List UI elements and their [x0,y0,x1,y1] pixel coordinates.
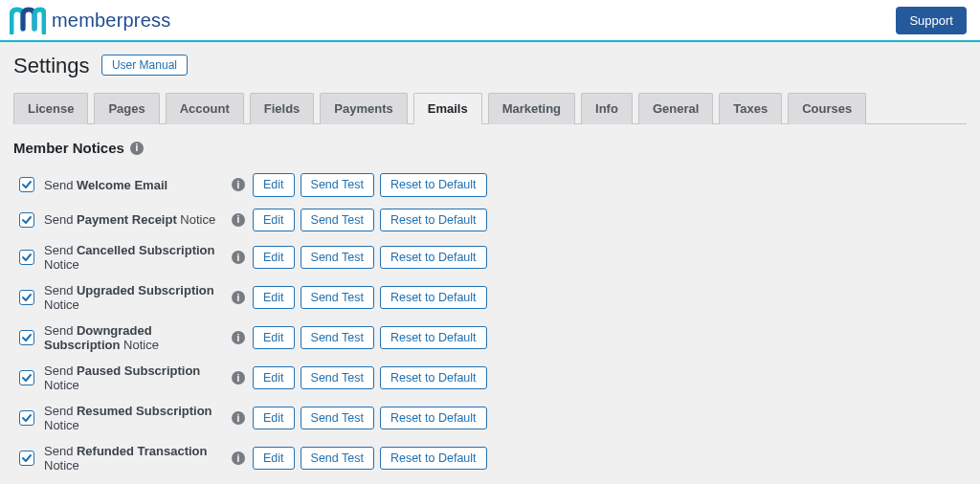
tab-license[interactable]: License [13,93,88,124]
edit-button[interactable]: Edit [253,366,295,390]
send-test-button[interactable]: Send Test [301,286,374,310]
notice-actions: EditSend TestReset to Default [253,173,487,197]
notice-label-col: Send Welcome Email [13,177,228,192]
reset-button[interactable]: Reset to Default [380,286,487,310]
notice-label-prefix: Send [44,178,77,192]
notice-info-col: i [228,213,253,227]
notice-label: Send Paused Subscription Notice [44,363,228,392]
send-test-button[interactable]: Send Test [301,447,374,471]
send-test-button[interactable]: Send Test [301,326,374,350]
notice-info-col: i [228,331,253,344]
notice-row: Send Upgraded Subscription NoticeiEditSe… [13,277,967,318]
notice-label: Send Welcome Email [44,178,167,192]
notice-label-bold: Cancelled Subscription [77,243,214,257]
notice-label-suffix: Notice [177,212,215,227]
notice-row: Send Paused Subscription NoticeiEditSend… [13,358,967,398]
notice-label-col: Send Upgraded Subscription Notice [13,283,228,312]
tab-general[interactable]: General [638,93,713,124]
support-button[interactable]: Support [896,7,967,34]
notice-checkbox[interactable] [19,370,34,385]
notice-row: Send Resumed Subscription NoticeiEditSen… [13,398,967,438]
reset-button[interactable]: Reset to Default [380,246,487,270]
notice-label-prefix: Send [44,323,77,338]
tab-pages[interactable]: Pages [94,93,159,124]
reset-button[interactable]: Reset to Default [380,366,487,390]
notice-actions: EditSend TestReset to Default [253,246,487,270]
edit-button[interactable]: Edit [253,173,295,197]
notice-list: Send Welcome EmailiEditSend TestReset to… [13,167,967,484]
notice-label-bold: Paused Subscription [77,363,200,378]
section-header: Member Notices i [13,140,967,156]
notice-label: Send Resumed Subscription Notice [44,404,228,432]
send-test-button[interactable]: Send Test [301,407,374,430]
notice-checkbox[interactable] [19,451,34,466]
memberpress-logo-icon [10,6,46,34]
notice-info-col: i [228,178,253,191]
info-icon[interactable]: i [232,251,245,264]
notice-row: Send Welcome EmailiEditSend TestReset to… [13,167,967,203]
tab-payments[interactable]: Payments [320,93,407,124]
edit-button[interactable]: Edit [253,407,295,430]
notice-actions: EditSend TestReset to Default [253,326,487,350]
tab-fields[interactable]: Fields [250,93,315,124]
edit-button[interactable]: Edit [253,209,295,232]
notice-row: Send Failed Transaction NoticeiEditSend … [13,478,967,484]
notice-checkbox[interactable] [19,177,34,192]
reset-button[interactable]: Reset to Default [380,407,487,430]
notice-label-suffix: Notice [44,297,79,312]
notice-label-col: Send Payment Receipt Notice [13,212,228,228]
reset-button[interactable]: Reset to Default [380,326,487,350]
notice-row: Send Refunded Transaction NoticeiEditSen… [13,438,967,478]
tab-courses[interactable]: Courses [788,93,866,124]
notice-info-col: i [228,451,253,465]
edit-button[interactable]: Edit [253,286,295,310]
edit-button[interactable]: Edit [253,326,295,350]
section-title: Member Notices [13,140,124,156]
notice-row: Send Cancelled Subscription NoticeiEditS… [13,237,967,277]
notice-row: Send Payment Receipt NoticeiEditSend Tes… [13,203,967,238]
notice-label-prefix: Send [44,283,77,297]
tab-taxes[interactable]: Taxes [719,93,782,124]
send-test-button[interactable]: Send Test [301,173,374,197]
edit-button[interactable]: Edit [253,447,295,471]
notice-label-bold: Upgraded Subscription [77,283,214,297]
info-icon[interactable]: i [232,331,245,344]
notice-info-col: i [228,291,253,304]
reset-button[interactable]: Reset to Default [380,173,487,197]
info-icon[interactable]: i [232,291,245,304]
notice-label-prefix: Send [44,404,77,418]
tab-account[interactable]: Account [166,93,244,124]
notice-info-col: i [228,371,253,385]
tab-marketing[interactable]: Marketing [488,93,575,124]
notice-label-suffix: Notice [44,257,79,272]
edit-button[interactable]: Edit [253,246,295,270]
info-icon[interactable]: i [232,451,245,465]
reset-button[interactable]: Reset to Default [380,209,487,232]
reset-button[interactable]: Reset to Default [380,447,487,471]
notice-label: Send Upgraded Subscription Notice [44,283,228,312]
send-test-button[interactable]: Send Test [301,246,374,270]
notice-label: Send Refunded Transaction Notice [44,444,228,473]
notice-checkbox[interactable] [19,410,34,426]
info-icon[interactable]: i [130,142,144,155]
info-icon[interactable]: i [232,411,245,425]
tab-info[interactable]: Info [581,93,633,124]
notice-checkbox[interactable] [19,330,34,345]
notice-info-col: i [228,411,253,425]
send-test-button[interactable]: Send Test [301,209,374,232]
page-body: Settings User Manual LicensePagesAccount… [0,42,980,484]
info-icon[interactable]: i [232,178,245,191]
notice-actions: EditSend TestReset to Default [253,447,487,471]
info-icon[interactable]: i [232,371,245,385]
tab-emails[interactable]: Emails [413,93,482,124]
user-manual-button[interactable]: User Manual [101,55,188,76]
notice-checkbox[interactable] [19,212,34,228]
notice-checkbox[interactable] [19,250,34,265]
send-test-button[interactable]: Send Test [301,366,374,390]
notice-label-col: Send Downgraded Subscription Notice [13,323,228,352]
info-icon[interactable]: i [232,213,245,227]
notice-label: Send Payment Receipt Notice [44,212,215,227]
notice-checkbox[interactable] [19,290,34,305]
logo: memberpress [10,6,170,34]
notice-actions: EditSend TestReset to Default [253,366,487,390]
